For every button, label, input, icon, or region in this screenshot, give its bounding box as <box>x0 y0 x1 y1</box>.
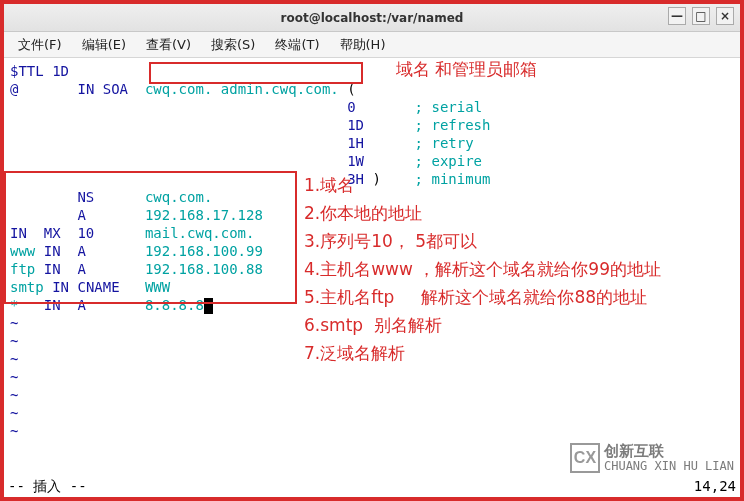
terminal-area[interactable]: $TTL 1D @ IN SOA cwq.com. admin.cwq.com.… <box>4 58 740 497</box>
vim-statusline: -- 插入 -- 14,24 <box>8 477 736 495</box>
vim-tilde: ~ <box>10 404 734 422</box>
ttl-value: 1D <box>52 63 69 79</box>
zone-ttl-line: $TTL 1D <box>10 62 734 80</box>
watermark-logo: CX <box>570 443 600 473</box>
soa-comment-label: 域名 和管理员邮箱 <box>396 60 537 78</box>
annot-7: 7.泛域名解析 <box>304 344 405 362</box>
soa-primary: cwq.com. <box>145 81 212 97</box>
menu-file[interactable]: 文件(F) <box>10 34 70 56</box>
soa-admin: admin.cwq.com. <box>221 81 339 97</box>
minimize-button[interactable]: — <box>668 7 686 25</box>
annot-5: 5.主机名ftp 解析这个域名就给你88的地址 <box>304 288 647 306</box>
vim-cursor-pos: 14,24 <box>694 477 736 495</box>
window-controls: — □ × <box>668 7 734 25</box>
menu-help[interactable]: 帮助(H) <box>332 34 394 56</box>
annot-6: 6.smtp 别名解析 <box>304 316 442 334</box>
vim-mode: -- 插入 -- <box>8 477 87 495</box>
ttl-keyword: $TTL <box>10 63 44 79</box>
refresh-line: 1D ; refresh <box>10 116 734 134</box>
soa-kw: SOA <box>103 81 128 97</box>
soa-origin: @ <box>10 81 18 97</box>
window-title: root@localhost:/var/named <box>281 11 464 25</box>
maximize-button[interactable]: □ <box>692 7 710 25</box>
watermark-text-cn: 创新互联 <box>604 442 734 460</box>
zone-soa-line: @ IN SOA cwq.com. admin.cwq.com. ( <box>10 80 734 98</box>
menu-search[interactable]: 搜索(S) <box>203 34 263 56</box>
vim-tilde: ~ <box>10 422 734 440</box>
annot-3: 3.序列号10， 5都可以 <box>304 232 477 250</box>
vim-tilde: ~ <box>10 386 734 404</box>
menu-term[interactable]: 终端(T) <box>267 34 327 56</box>
annot-4: 4.主机名www ，解析这个域名就给你99的地址 <box>304 260 661 278</box>
expire-line: 1W ; expire <box>10 152 734 170</box>
soa-in: IN <box>77 81 94 97</box>
menu-edit[interactable]: 编辑(E) <box>74 34 134 56</box>
window-titlebar: root@localhost:/var/named — □ × <box>4 4 740 32</box>
watermark-text-en: CHUANG XIN HU LIAN <box>604 460 734 473</box>
vim-tilde: ~ <box>10 368 734 386</box>
retry-line: 1H ; retry <box>10 134 734 152</box>
annot-2: 2.你本地的地址 <box>304 204 422 222</box>
close-button[interactable]: × <box>716 7 734 25</box>
annot-1: 1.域名 <box>304 176 354 194</box>
watermark: CX 创新互联 CHUANG XIN HU LIAN <box>570 442 734 473</box>
minimum-line: 3H ) ; minimum <box>10 170 734 188</box>
paropen: ( <box>347 81 355 97</box>
text-cursor <box>204 298 213 314</box>
menubar: 文件(F) 编辑(E) 查看(V) 搜索(S) 终端(T) 帮助(H) <box>4 32 740 58</box>
serial-line: 0 ; serial <box>10 98 734 116</box>
menu-view[interactable]: 查看(V) <box>138 34 199 56</box>
